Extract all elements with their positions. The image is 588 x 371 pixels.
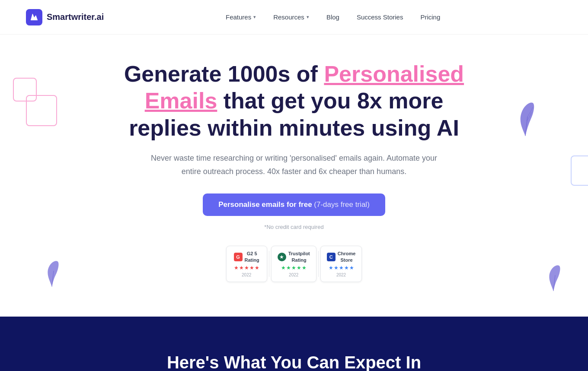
hero-title: Generate 1000s of Personalised Emails th… — [117, 60, 471, 141]
chrome-store-icon: C — [327, 253, 336, 261]
g2-stars: ★ ★ ★ ★ ★ — [234, 265, 259, 271]
feather-icon-bottom-left — [43, 259, 61, 291]
nav-pricing[interactable]: Pricing — [420, 13, 440, 21]
g2-label: G2 5Rating — [245, 251, 259, 263]
hero-content: Generate 1000s of Personalised Emails th… — [117, 60, 471, 282]
tp-label: TrustpilotRating — [288, 251, 310, 263]
trial-text: (7-days free trial) — [314, 200, 369, 209]
chevron-down-icon: ▾ — [307, 14, 309, 20]
feather-icon-top-right — [514, 99, 536, 140]
chevron-down-icon: ▾ — [253, 14, 256, 20]
nav-blog[interactable]: Blog — [326, 13, 339, 21]
cta-button[interactable]: Personalise emails for free (7-days free… — [203, 193, 385, 216]
nav-menu: Features ▾ Resources ▾ Blog Success Stor… — [226, 13, 440, 21]
cs-stars: ★ ★ ★ ★ ★ — [329, 265, 354, 271]
nav-resources[interactable]: Resources ▾ — [273, 13, 309, 21]
bottom-title: Here's What You Can Expect In Seconds. U… — [143, 351, 445, 371]
no-cc-text: *No credit card required — [117, 224, 471, 230]
rating-badges: G G2 5Rating ★ ★ ★ ★ ★ 2022 ★ Trustpilot… — [117, 246, 471, 282]
g2-year: 2022 — [242, 273, 251, 277]
cta-container: Personalise emails for free (7-days free… — [117, 193, 471, 224]
badge-divider-1 — [269, 251, 269, 277]
nav-features[interactable]: Features ▾ — [226, 13, 256, 21]
hero-subtitle: Never waste time researching or writing … — [147, 152, 441, 178]
tp-year: 2022 — [289, 273, 298, 277]
trustpilot-icon: ★ — [278, 253, 286, 261]
bottom-section: Here's What You Can Expect In Seconds. U… — [0, 317, 588, 371]
logo[interactable]: Smartwriter.ai — [26, 9, 104, 25]
deco-square-2 — [26, 95, 57, 126]
logo-icon — [26, 9, 42, 25]
nav-success-stories[interactable]: Success Stories — [357, 13, 403, 21]
deco-square-3 — [571, 155, 588, 186]
trustpilot-badge: ★ TrustpilotRating ★ ★ ★ ★ ★ 2022 — [271, 246, 316, 282]
cs-year: 2022 — [336, 273, 346, 277]
logo-text: Smartwriter.ai — [47, 12, 104, 22]
tp-stars: ★ ★ ★ ★ ★ — [281, 265, 307, 271]
cs-label: ChromeStore — [338, 251, 356, 263]
hero-section: Generate 1000s of Personalised Emails th… — [0, 35, 588, 317]
g2-icon: G — [234, 253, 243, 261]
feather-icon-bottom-right — [545, 263, 562, 295]
badge-divider-2 — [318, 251, 319, 277]
navbar: Smartwriter.ai Features ▾ Resources ▾ Bl… — [0, 0, 588, 35]
g2-badge: G G2 5Rating ★ ★ ★ ★ ★ 2022 — [226, 246, 267, 282]
chrome-store-badge: C ChromeStore ★ ★ ★ ★ ★ 2022 — [320, 246, 362, 282]
